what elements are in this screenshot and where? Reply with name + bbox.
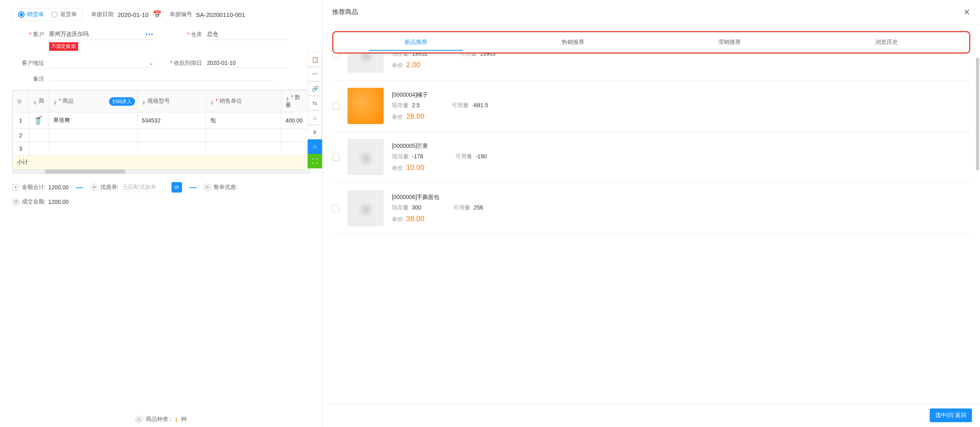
product-name: [0000006]手撕面包 — [392, 194, 970, 201]
footer-label: 商品种类 : — [146, 416, 172, 423]
tab-browse-history[interactable]: 浏览历史 — [808, 35, 965, 50]
product-item[interactable]: [0000004]橘子现存量2.5可用量-681.5单价28.00 — [332, 81, 970, 132]
minus-icon: — — [76, 183, 83, 192]
refresh-button[interactable]: ⟳ — [172, 182, 182, 193]
coupon-input[interactable]: 无匹配优惠券 — [121, 183, 169, 192]
line-items-table: ⚙ ▲▼商 ▲▼*商品扫码录入 ▲▼规格型号 ▲▼*销售单位 ▲▼*数量 1🥤果… — [12, 90, 310, 174]
scan-input-button[interactable]: 扫码录入 — [109, 97, 135, 106]
deal-value: 1200.00 — [48, 199, 69, 205]
amount-label: 金额合计: — [22, 184, 46, 191]
tool-chart-icon[interactable]: 〰 — [308, 67, 322, 81]
remark-label: 备注 — [12, 75, 44, 83]
table-row[interactable]: 3 — [13, 142, 310, 155]
price-row: 单价10.00 — [392, 164, 970, 172]
customer-input[interactable]: 苏州万达沃尔玛 ••• — [49, 29, 154, 40]
horizontal-scrollbar[interactable] — [12, 170, 310, 174]
table-row[interactable]: 1🥤果倍爽534532包400.00 — [13, 112, 310, 129]
product-item[interactable]: ◉250ml现存量19952可用量19903单价2.00 — [332, 54, 970, 81]
minus-icon: — — [189, 183, 196, 192]
coupon-label: 优惠券: — [100, 184, 119, 191]
tab-hot-recommend[interactable]: 热销推荐 — [494, 35, 651, 50]
tool-star-icon[interactable]: ☆ — [308, 139, 322, 154]
sort-icon[interactable]: ▲▼ — [53, 100, 57, 105]
tool-link-icon[interactable]: 🔗 — [308, 81, 322, 96]
doc-no-value: SA-20200110-001 — [196, 11, 245, 18]
stock-label: 现存量19952 — [392, 54, 428, 58]
stock-label: 现存量-178 — [392, 153, 423, 160]
product-name: [0000005]芒果 — [392, 143, 970, 150]
remark-input[interactable] — [49, 77, 275, 81]
avail-label: 可用量-681.5 — [452, 102, 488, 109]
warehouse-select[interactable]: 总仓 — [207, 29, 287, 40]
doc-date-label: 单据日期 — [91, 11, 114, 18]
vertical-scrollbar[interactable] — [976, 58, 979, 170]
table-row[interactable]: 2 — [13, 129, 310, 142]
address-label: 客户地址 — [12, 60, 44, 67]
customer-label: *客户 — [12, 31, 44, 38]
product-checkbox[interactable] — [332, 102, 339, 110]
recommend-title: 推荐商品 — [332, 8, 358, 17]
avail-label: 可用量-190 — [455, 153, 487, 160]
tool-list-icon[interactable]: 📋 — [308, 52, 322, 67]
customer-value: 苏州万达沃尔玛 — [49, 31, 89, 38]
subtotal-row: 小计 — [13, 155, 310, 170]
tool-currency-icon[interactable]: ¥ — [308, 125, 322, 139]
due-date-label: *收款到期日 — [170, 60, 202, 67]
customer-tag: 不固定账期 — [49, 42, 78, 51]
tab-slow-recommend[interactable]: 滞销推荐 — [651, 35, 808, 50]
tab-new-recommend[interactable]: 新品推荐 — [337, 35, 494, 50]
sort-icon[interactable]: ▲▼ — [210, 100, 214, 105]
col-product: 商品 — [62, 97, 74, 104]
sort-icon[interactable]: ▲▼ — [33, 100, 37, 105]
product-item[interactable]: ◉[0000005]芒果现存量-178可用量-190单价10.00 — [332, 132, 970, 183]
footer-suffix: 种 — [181, 416, 187, 423]
sort-icon[interactable]: ▲▼ — [285, 97, 289, 102]
product-thumb: ◉ — [347, 139, 384, 175]
tool-archive-icon[interactable]: ⌂ — [308, 110, 322, 125]
deal-label: 成交金额: — [22, 198, 46, 205]
tab-return-order[interactable]: 退货单 — [51, 11, 77, 18]
tab-sales-order[interactable]: 销货单 — [18, 11, 44, 18]
tool-exchange-icon[interactable]: ⇆ — [308, 96, 322, 110]
chevron-down-icon: ⌄ — [149, 60, 154, 66]
product-thumb: ◉ — [347, 190, 384, 226]
tab-return-label: 退货单 — [60, 11, 77, 18]
stock-label: 现存量300 — [392, 204, 421, 211]
coupon-icon: 券 — [91, 184, 98, 191]
footer-count: 1 — [175, 416, 178, 423]
deal-icon: 成 — [12, 198, 19, 205]
price-row: 单价38.00 — [392, 215, 970, 223]
product-name: [0000004]橘子 — [392, 91, 970, 99]
amount-value: 1200.00 — [48, 184, 69, 191]
discount-icon: 折 — [204, 184, 211, 191]
close-icon[interactable]: ✕ — [963, 7, 970, 17]
gear-icon[interactable]: ⚙ — [17, 98, 22, 105]
doc-no-label: 单据编号 — [170, 11, 192, 18]
avail-label: 可用量19903 — [460, 54, 496, 58]
price-row: 单价28.00 — [392, 112, 970, 121]
more-dots-icon[interactable]: ••• — [145, 31, 154, 37]
due-date-value: 2020-01-10 — [207, 60, 236, 66]
yen-icon: ¥ — [12, 184, 19, 191]
discount-label: 整单优惠: — [213, 184, 238, 191]
col-unit: 销售单位 — [219, 97, 242, 104]
product-thumb — [347, 88, 384, 124]
product-item[interactable]: ◉[0000006]手撕面包现存量300可用量256单价38.00 — [332, 183, 970, 234]
selected-return-button[interactable]: 选中(0) 返回 — [930, 408, 972, 422]
warehouse-label: *仓库 — [170, 31, 202, 38]
radio-unchecked-icon — [51, 11, 58, 18]
col-spec: 规格型号 — [147, 97, 170, 104]
product-checkbox[interactable] — [332, 153, 339, 161]
doc-date-value[interactable]: 2020-01-10 — [118, 11, 149, 18]
product-checkbox[interactable] — [332, 205, 339, 212]
tool-expand-icon[interactable]: ⛶ — [308, 154, 322, 168]
calendar-icon[interactable]: 📅 — [153, 10, 161, 19]
warehouse-value: 总仓 — [207, 31, 218, 38]
product-checkbox[interactable] — [332, 54, 339, 58]
sort-icon[interactable]: ▲▼ — [142, 100, 146, 105]
address-select[interactable]: ⌄ — [49, 58, 154, 68]
order-type-tabs: 销货单 退货单 — [12, 8, 83, 21]
due-date-input[interactable]: 2020-01-10 — [207, 58, 287, 68]
avail-label: 可用量256 — [453, 204, 483, 211]
tab-sales-label: 销货单 — [27, 11, 44, 18]
